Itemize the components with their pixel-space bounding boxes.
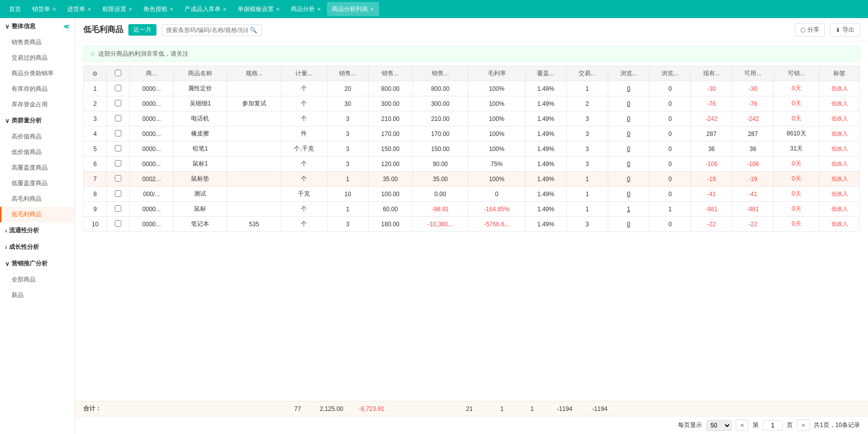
col-saleable[interactable]: 可销...	[774, 66, 819, 81]
row-checkbox[interactable]	[107, 111, 130, 126]
page-size-label: 每页显示	[678, 421, 702, 429]
row-browse1[interactable]: 0	[608, 141, 649, 157]
top-navigation: 首页 销货单 ✕ 进货单 ✕ 权限设置 ✕ 角色授权 ✕ 产成品入库单 ✕ 单据…	[0, 0, 868, 18]
share-button[interactable]: ⬡ 分享	[795, 23, 825, 37]
table-row: 1 0000... 属性定价 个 20 800.00 800.00 100% 1…	[84, 81, 860, 96]
row-tag: 低收入	[819, 81, 860, 96]
date-filter-button[interactable]: 近一月	[128, 24, 156, 36]
col-sales-qty[interactable]: 销售...	[327, 66, 369, 81]
row-browse1[interactable]: 0	[608, 96, 649, 111]
row-checkbox[interactable]	[107, 81, 130, 96]
nav-item-roles[interactable]: 角色授权 ✕	[138, 2, 179, 16]
export-button[interactable]: ⬇ 导出	[830, 23, 860, 37]
nav-close-purchase[interactable]: ✕	[87, 7, 91, 12]
table-row: 3 0000... 电话机 个 3 210.00 210.00 100% 1.4…	[84, 111, 860, 126]
header-actions: ⬡ 分享 ⬇ 导出	[795, 23, 860, 37]
col-current-stock[interactable]: 现有...	[691, 66, 733, 81]
row-browse1[interactable]: 0	[608, 111, 649, 126]
row-browse2: 0	[649, 217, 691, 232]
sidebar-item-high-coverage[interactable]: 高覆盖度商品	[0, 160, 75, 176]
sidebar-item-low-value[interactable]: 低价值商品	[0, 144, 75, 160]
col-sales-profit[interactable]: 销售...	[412, 66, 468, 81]
col-spec[interactable]: 规格...	[227, 66, 281, 81]
footer-label: 合计：	[83, 404, 101, 413]
row-name: 属性定价	[173, 81, 227, 96]
nav-item-home[interactable]: 首页	[4, 2, 26, 16]
select-all-checkbox[interactable]	[115, 70, 121, 76]
nav-item-permissions[interactable]: 权限设置 ✕	[97, 2, 137, 16]
col-transaction[interactable]: 交易...	[567, 66, 608, 81]
row-checkbox[interactable]	[107, 157, 130, 172]
col-unit[interactable]: 计量...	[281, 66, 327, 81]
row-browse1[interactable]: 1	[608, 202, 649, 217]
sidebar-item-sales-products[interactable]: 销售类商品	[0, 35, 75, 50]
row-checkbox[interactable]	[107, 187, 130, 202]
nav-item-product-analysis-list[interactable]: 商品分析列表 ✕	[327, 2, 379, 16]
row-name: 电话机	[173, 111, 227, 126]
sidebar-item-all-products[interactable]: 全部商品	[0, 272, 75, 287]
col-coverage[interactable]: 覆盖...	[525, 66, 567, 81]
sidebar-item-traded-products[interactable]: 交易过的商品	[0, 50, 75, 66]
row-checkbox[interactable]	[107, 172, 130, 187]
sidebar-group-cluster[interactable]: ∨ 类群童分析	[0, 112, 75, 129]
col-sales-price[interactable]: 销售...	[369, 66, 412, 81]
row-browse1[interactable]: 0	[608, 126, 649, 141]
sidebar-item-category-sales-rate[interactable]: 商品分类助销率	[0, 66, 75, 81]
col-settings[interactable]: ⚙	[84, 66, 107, 81]
prev-page-button[interactable]: ＜	[736, 419, 749, 431]
page-size-select[interactable]: 50 20 100	[706, 420, 732, 431]
main-layout: ∨ 整体信息 ≪ 销售类商品 交易过的商品 商品分类助销率 有库存的商品 库存资…	[0, 18, 868, 434]
row-browse1[interactable]: 0	[608, 81, 649, 96]
row-checkbox[interactable]	[107, 202, 130, 217]
nav-item-purchase[interactable]: 进货单 ✕	[62, 2, 96, 16]
sidebar-item-high-margin[interactable]: 高毛利商品	[0, 191, 75, 207]
row-browse1[interactable]: 0	[608, 187, 649, 202]
nav-close-sales[interactable]: ✕	[52, 7, 56, 12]
nav-close-template-settings[interactable]: ✕	[276, 7, 280, 12]
next-page-button[interactable]: ＞	[797, 419, 810, 431]
sidebar-group-marketing[interactable]: ∨ 营销推广分析	[0, 255, 75, 272]
col-browse2[interactable]: 浏览...	[649, 66, 691, 81]
row-browse1[interactable]: 0	[608, 217, 649, 232]
row-sales-price: 120.00	[369, 157, 412, 172]
row-browse1[interactable]: 0	[608, 172, 649, 187]
nav-close-permissions[interactable]: ✕	[128, 7, 132, 12]
row-available: 287	[732, 126, 774, 141]
row-checkbox[interactable]	[107, 217, 130, 232]
sidebar-group-growth[interactable]: › 成长性分析	[0, 239, 75, 255]
row-checkbox[interactable]	[107, 141, 130, 157]
sidebar-item-high-value[interactable]: 高价值商品	[0, 129, 75, 144]
col-available[interactable]: 可用...	[732, 66, 774, 81]
sidebar-item-low-coverage[interactable]: 低覆盖度商品	[0, 176, 75, 191]
nav-close-roles[interactable]: ✕	[169, 7, 173, 12]
nav-close-product-analysis[interactable]: ✕	[317, 7, 321, 12]
nav-close-product-inbound[interactable]: ✕	[223, 7, 227, 12]
col-gross-margin[interactable]: 毛利率	[468, 66, 525, 81]
row-browse1[interactable]: 0	[608, 157, 649, 172]
table-row: 6 0000... 鼠标1 个 3 120.00 90.00 75% 1.49%…	[84, 157, 860, 172]
row-checkbox[interactable]	[107, 96, 130, 111]
col-tag[interactable]: 标签	[819, 66, 860, 81]
sidebar-group-overall[interactable]: ∨ 整体信息 ≪	[0, 18, 75, 35]
collapse-icon-overall[interactable]: ≪	[63, 23, 70, 30]
col-name[interactable]: 商品名称	[173, 66, 227, 81]
nav-item-product-analysis[interactable]: 商品分析 ✕	[286, 2, 326, 16]
nav-item-template-settings[interactable]: 单据模板设置 ✕	[233, 2, 285, 16]
page-number-input[interactable]	[763, 420, 783, 430]
sidebar-item-capital-occupation[interactable]: 库存资金占用	[0, 97, 75, 112]
sidebar-item-in-stock[interactable]: 有库存的商品	[0, 81, 75, 97]
col-checkbox[interactable]	[107, 66, 130, 81]
col-code[interactable]: 商...	[129, 66, 173, 81]
nav-close-product-analysis-list[interactable]: ✕	[370, 7, 374, 12]
col-browse1[interactable]: 浏览...	[608, 66, 649, 81]
sidebar-group-circulation[interactable]: › 流通性分析	[0, 222, 75, 239]
sidebar-item-low-margin[interactable]: 低毛利商品	[0, 207, 75, 222]
nav-item-product-inbound[interactable]: 产成品入库单 ✕	[180, 2, 232, 16]
row-saleable: 0天	[774, 217, 819, 232]
search-icon[interactable]: 🔍	[250, 27, 257, 34]
nav-item-sales[interactable]: 销货单 ✕	[27, 2, 61, 16]
sidebar-item-new-products[interactable]: 新品	[0, 287, 75, 303]
search-input[interactable]	[166, 27, 248, 34]
row-checkbox[interactable]	[107, 126, 130, 141]
row-name: 鼠标	[173, 202, 227, 217]
